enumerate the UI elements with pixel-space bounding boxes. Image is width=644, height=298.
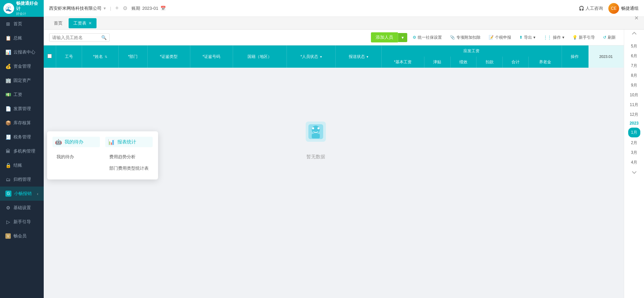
popup-title-todo: 我的待办 [65,139,83,145]
logo-text-block: 畅捷通好会计 好会计 [16,1,40,16]
empty-icon [299,115,333,148]
popup-item-my-todo[interactable]: 我的待办 [52,151,100,163]
tab-salary-table[interactable]: 工资表 ✕ [69,18,97,28]
month-5[interactable]: 5月 [624,41,644,51]
tab-close-button[interactable]: ✕ [88,21,92,26]
th-report-status[interactable]: 报送状态 ▾ [336,45,382,68]
sidebar-label-multi: 多机构管理 [13,148,35,154]
month-10[interactable]: 10月 [624,90,644,100]
select-all-checkbox[interactable] [47,54,52,58]
sidebar-item-member[interactable]: V 畅会员 [0,229,44,243]
tax-report-button[interactable]: 📝 个税申报 [486,33,514,42]
period-selector[interactable]: 账期 2023-01 📅 [131,5,166,11]
sidebar-item-salary[interactable]: 💵 工资 [0,88,44,102]
search-input[interactable] [52,35,99,40]
export-dropdown-icon: ▾ [533,35,535,40]
month-2-2023[interactable]: 2月 [624,138,644,148]
th-deduct: 绩效 [450,57,477,68]
month-3-2023[interactable]: 3月 [624,148,644,158]
add-company-button[interactable]: + [115,5,119,12]
month-12[interactable]: 12月 [624,110,644,120]
tab-home[interactable]: 首页 [49,18,67,28]
tab-home-label: 首页 [54,20,63,26]
month-4-2023[interactable]: 4月 [624,158,644,167]
timeline-sidebar: 5月 6月 7月 8月 9月 10月 11月 12月 2023 1月 2月 3月… [624,30,644,298]
search-icon[interactable]: 🔍 [101,35,107,40]
popup-item-expense-trend[interactable]: 费用趋势分析 [105,151,153,163]
svg-point-4 [312,127,314,129]
company-selector[interactable]: 西安虾米网络科技有限公司 ▾ [49,5,106,11]
topbar-right: 🎧 人工咨询 CE 畅捷通组 [579,3,639,14]
month-6[interactable]: 6月 [624,51,644,61]
th-number: 工号 [56,45,82,68]
th-checkbox[interactable] [44,45,56,68]
status-filter-icon[interactable]: ▾ [320,55,322,59]
refresh-label: 刷新 [608,35,616,40]
sidebar-item-tax[interactable]: 🧾 税务管理 [0,130,44,144]
period-label: 账期 [131,5,140,11]
social-insurance-button[interactable]: ⚙ 统一社保设置 [410,33,445,42]
new-guide-button[interactable]: 💡 新手引导 [570,33,598,42]
refresh-button[interactable]: ↺ 刷新 [600,33,618,42]
month-1[interactable]: 1月 [628,128,640,137]
sidebar-item-ledger[interactable]: 📋 总账 [0,31,44,45]
search-box: 🔍 [49,33,110,42]
xiao-chang-dropdown-popup: 🤖 我的待办 我的待办 📊 报表统计 费用趋势分析 部门费用类型统计表 [47,131,158,179]
fixed-assets-icon: 🏢 [5,78,11,83]
sidebar-label-xiao: 小畅报销 [14,191,32,197]
sidebar-label-archive: 归档管理 [13,176,31,183]
sidebar-item-home[interactable]: ⊞ 首页 [0,17,44,31]
multi-org-icon: 🏛 [5,148,11,154]
close-panel-button[interactable]: ✕ [634,15,639,21]
company-settings-icon[interactable]: ⚙ [123,5,127,11]
salary-table: 工号 *姓名 ⇅ *部门 *证鉴类型 [44,45,624,207]
salary-icon: 💵 [5,92,11,97]
sidebar-item-archive[interactable]: 🗂 归档管理 [0,172,44,187]
sidebar-item-invoice[interactable]: 📄 发票管理 [0,102,44,116]
sidebar-item-close-account[interactable]: 🔒 结账 [0,158,44,172]
sidebar-item-fund[interactable]: 💰 资金管理 [0,59,44,73]
month-7[interactable]: 7月 [624,61,644,71]
operation-button[interactable]: ⋮⋮ 操作 ▾ [541,33,567,42]
refresh-icon: ↺ [603,35,606,40]
popup-header-todo: 🤖 我的待办 [52,137,100,147]
avatar-initials: CE [611,6,617,11]
add-people-label: 添加人员 [376,34,393,40]
new-guide-label: 新手引导 [579,35,595,40]
sidebar-label-inventory: 库存核算 [13,120,31,126]
popup-col-reports: 📊 报表统计 费用趋势分析 部门费用类型统计表 [105,137,153,174]
export-button[interactable]: ⬆ 导出 ▾ [517,33,538,42]
tax-report-icon: 📝 [489,35,494,40]
popup-item-dept-expense[interactable]: 部门费用类型统计表 [105,163,153,174]
operation-icon: ⋮⋮ [543,35,552,40]
sidebar-item-xiao-chang[interactable]: G 小畅报销 ‹ [0,187,44,201]
month-11[interactable]: 11月 [624,100,644,110]
popup-columns: 🤖 我的待办 我的待办 📊 报表统计 费用趋势分析 部门费用类型统计表 [52,137,153,174]
sidebar-item-fixed-assets[interactable]: 🏢 固定资产 [0,73,44,88]
add-people-dropdown-button[interactable]: ▾ [398,33,407,42]
chart-icon: 📊 [108,139,115,145]
year-label-2023: 2023 [629,120,639,127]
headset-icon: 🎧 [579,6,584,11]
report-status-filter-icon[interactable]: ▾ [367,55,368,59]
month-9[interactable]: 9月 [624,80,644,90]
sidebar-item-multi-org[interactable]: 🏛 多机构管理 [0,144,44,158]
add-people-button[interactable]: 添加人员 [371,32,398,42]
avatar: CE [608,3,619,14]
timeline-nav-down[interactable] [630,169,638,176]
sidebar-item-inventory[interactable]: 📦 库存核算 [0,116,44,130]
company-dropdown-icon: ▾ [104,6,106,11]
sidebar-item-basic-settings[interactable]: ⚙ 基础设置 [0,201,44,215]
user-menu[interactable]: CE 畅捷通组 [608,3,639,14]
th-status[interactable]: *人员状态 ▾ [287,45,336,68]
special-deduct-button[interactable]: 📎 专项附加扣除 [447,33,483,42]
export-label: 导出 [524,35,532,40]
sidebar-item-cloud-reports[interactable]: 📊 云报表中心 [0,45,44,59]
period-value: 2023-01 [142,6,158,11]
th-name[interactable]: *姓名 ⇅ [82,45,119,68]
timeline-nav-up[interactable] [630,30,638,37]
month-8[interactable]: 8月 [624,71,644,80]
customer-service-button[interactable]: 🎧 人工咨询 [579,5,603,11]
xiao-chang-icon: G [5,191,11,197]
sidebar-item-new-guide[interactable]: ▷ 新手引导 [0,215,44,229]
